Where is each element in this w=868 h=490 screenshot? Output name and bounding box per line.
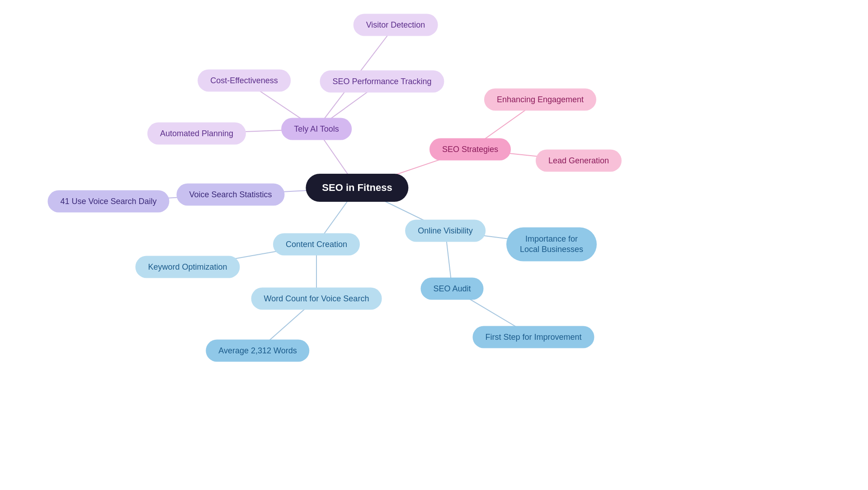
mind-map: SEO in Fitness Visitor DetectionSEO Perf… [0, 0, 868, 490]
average-2312-words-node: Average 2,312 Words [206, 340, 309, 362]
seo-strategies-node: SEO Strategies [429, 138, 511, 161]
lead-generation-node: Lead Generation [536, 150, 622, 172]
cost-effectiveness-node: Cost-Effectiveness [198, 70, 291, 92]
seo-audit-node: SEO Audit [420, 278, 483, 300]
online-visibility-node: Online Visibility [405, 220, 486, 242]
enhancing-engagement-node: Enhancing Engagement [484, 89, 596, 111]
seo-performance-tracking-node: SEO Performance Tracking [320, 71, 444, 93]
keyword-optimization-node: Keyword Optimization [135, 256, 240, 278]
41-use-voice-search-node: 41 Use Voice Search Daily [47, 190, 169, 213]
center-label: SEO in Fitness [322, 182, 392, 194]
importance-local-businesses-node: Importance for Local Businesses [506, 228, 597, 262]
tely-ai-tools-node: Tely AI Tools [281, 118, 352, 140]
center-node: SEO in Fitness [306, 174, 408, 202]
voice-search-statistics-node: Voice Search Statistics [176, 184, 284, 206]
visitor-detection-node: Visitor Detection [354, 14, 438, 36]
word-count-voice-search-node: Word Count for Voice Search [251, 288, 382, 310]
first-step-improvement-node: First Step for Improvement [472, 326, 594, 348]
automated-planning-node: Automated Planning [147, 123, 246, 145]
content-creation-node: Content Creation [273, 233, 360, 256]
